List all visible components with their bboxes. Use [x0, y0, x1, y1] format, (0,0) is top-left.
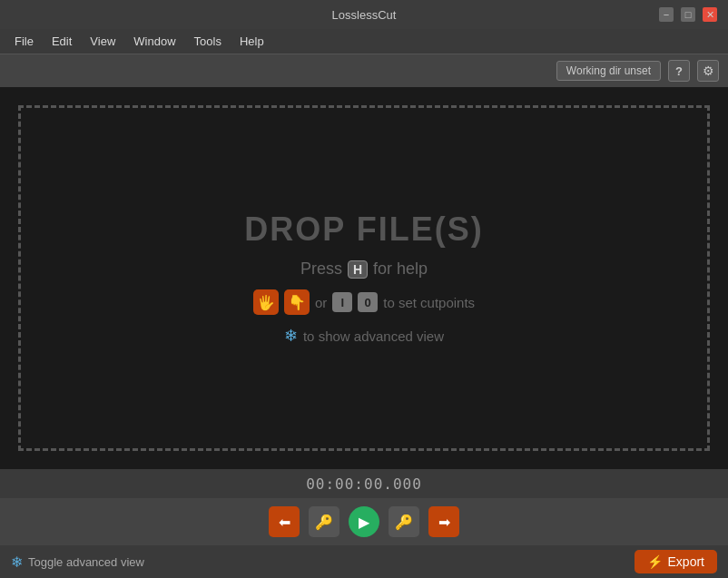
for-help-text: for help: [373, 260, 428, 279]
key-right-button[interactable]: 🔑: [389, 506, 419, 537]
set-end-button[interactable]: ➡: [428, 506, 459, 537]
menu-help[interactable]: Help: [232, 32, 271, 51]
menu-file[interactable]: File: [7, 32, 41, 51]
cutpoints-line: 🖐 👇 or I 0 to set cutpoints: [253, 289, 475, 315]
menu-window[interactable]: Window: [126, 32, 182, 51]
timeline-area[interactable]: 00:00:00.000: [0, 469, 728, 498]
set-start-icon: 🖐: [253, 289, 279, 315]
advanced-line: ❄ to show advanced view: [284, 326, 444, 346]
menu-tools[interactable]: Tools: [187, 32, 229, 51]
toggle-advanced-icon: ❄: [11, 554, 23, 571]
title-bar: LosslessCut − □ ✕: [0, 0, 728, 29]
menu-bar: File Edit View Window Tools Help: [0, 29, 728, 54]
window-controls: − □ ✕: [659, 7, 717, 22]
timecode: 00:00:00.000: [306, 475, 422, 493]
key-left-button[interactable]: 🔑: [309, 506, 339, 537]
video-drop-area[interactable]: DROP FILE(S) Press H for help 🖐 👇 or I 0…: [0, 87, 728, 469]
play-button[interactable]: ▶: [349, 506, 379, 537]
settings-button[interactable]: ⚙: [697, 60, 719, 82]
o-key: 0: [358, 292, 378, 312]
i-key: I: [332, 292, 352, 312]
advanced-text: to show advanced view: [303, 328, 444, 344]
press-text: Press: [300, 260, 342, 279]
close-button[interactable]: ✕: [703, 7, 717, 22]
export-button[interactable]: ⚡ Export: [635, 550, 717, 573]
app-title: LosslessCut: [332, 8, 397, 22]
minimize-button[interactable]: −: [659, 7, 674, 22]
working-dir-button[interactable]: Working dir unset: [556, 61, 661, 81]
export-icon: ⚡: [647, 554, 663, 569]
set-end-icon: 👇: [284, 289, 310, 315]
help-button[interactable]: ?: [668, 60, 690, 82]
menu-view[interactable]: View: [83, 32, 123, 51]
advanced-icon: ❄: [284, 326, 298, 346]
help-line: Press H for help: [300, 260, 428, 279]
toggle-advanced-view[interactable]: ❄ Toggle advanced view: [11, 554, 144, 571]
to-set-cutpoints-text: to set cutpoints: [383, 295, 475, 310]
set-start-button[interactable]: ⬅: [269, 506, 300, 537]
controls-bar: ⬅ 🔑 ▶ 🔑 ➡: [0, 498, 728, 545]
bottom-bar: ❄ Toggle advanced view ⚡ Export: [0, 545, 728, 578]
toggle-advanced-label: Toggle advanced view: [28, 555, 144, 569]
maximize-button[interactable]: □: [681, 7, 695, 22]
menu-edit[interactable]: Edit: [44, 32, 79, 51]
export-label: Export: [668, 554, 704, 569]
drop-content: DROP FILE(S) Press H for help 🖐 👇 or I 0…: [244, 211, 483, 346]
drop-title: DROP FILE(S): [244, 211, 483, 249]
toolbar: Working dir unset ? ⚙: [0, 54, 728, 87]
or-text: or: [315, 295, 327, 310]
h-key: H: [348, 260, 368, 279]
